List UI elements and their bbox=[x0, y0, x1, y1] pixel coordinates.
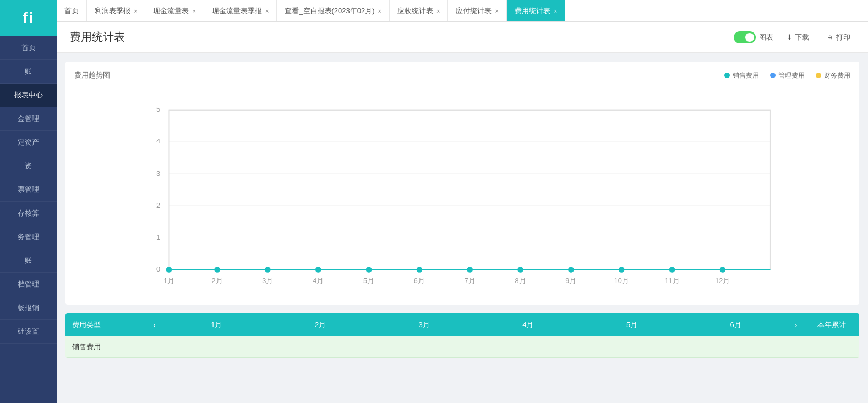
svg-point-24 bbox=[720, 267, 726, 273]
sidebar-item-home[interactable]: 首页 bbox=[0, 36, 57, 60]
sidebar-item-account[interactable]: 账 bbox=[0, 60, 57, 84]
svg-rect-12 bbox=[169, 110, 771, 269]
svg-point-21 bbox=[568, 267, 574, 273]
svg-text:11月: 11月 bbox=[665, 277, 680, 285]
tab-home-label: 首页 bbox=[64, 6, 79, 16]
svg-point-20 bbox=[517, 267, 523, 273]
tab-profit[interactable]: 利润表季报 × bbox=[87, 0, 145, 22]
main-content: 首页 利润表季报 × 现金流量表 × 现金流量表季报 × 查看_空白报表(202… bbox=[57, 0, 868, 403]
table-col-month-5: 5月 bbox=[580, 313, 684, 336]
legend-item-sales: 销售费用 bbox=[724, 71, 759, 80]
table-cell-sales-1 bbox=[165, 336, 269, 357]
table-col-cumulative: 本年累计 bbox=[804, 313, 859, 336]
tab-expense-close[interactable]: × bbox=[554, 8, 557, 14]
chart-container: 0 1 2 3 4 5 bbox=[74, 87, 850, 296]
page-header: 费用统计表 图表 ⬇ 下载 🖨 打印 bbox=[57, 22, 868, 53]
table-col-month-3: 3月 bbox=[372, 313, 476, 336]
tab-blank-label: 查看_空白报表(2023年02月) bbox=[285, 6, 374, 16]
sidebar-item-cashmanage[interactable]: 金管理 bbox=[0, 107, 57, 131]
table-row-sales: 销售费用 bbox=[65, 336, 859, 358]
tab-receivable[interactable]: 应收统计表 × bbox=[390, 0, 448, 22]
tab-expense[interactable]: 费用统计表 × bbox=[507, 0, 565, 22]
svg-point-17 bbox=[366, 267, 372, 273]
col-type-label: 费用类型 bbox=[72, 320, 101, 330]
tab-profit-label: 利润表季报 bbox=[95, 6, 130, 16]
tab-cashflow-label: 现金流量表 bbox=[153, 6, 189, 16]
chart-toggle-label: 图表 bbox=[759, 32, 773, 42]
tab-cashflowq-close[interactable]: × bbox=[265, 8, 269, 14]
print-button[interactable]: 🖨 打印 bbox=[822, 30, 855, 45]
download-label: 下载 bbox=[795, 32, 809, 42]
svg-text:6月: 6月 bbox=[414, 277, 425, 285]
chart-toggle-wrap: 图表 bbox=[734, 31, 773, 43]
svg-text:4: 4 bbox=[156, 137, 160, 145]
table-col-month-4: 4月 bbox=[476, 313, 580, 336]
table-col-month-2: 2月 bbox=[269, 313, 373, 336]
sidebar-item-taskmanage[interactable]: 务管理 bbox=[0, 225, 57, 249]
svg-text:12月: 12月 bbox=[715, 277, 730, 285]
svg-point-16 bbox=[315, 267, 321, 273]
tab-blank[interactable]: 查看_空白报表(2023年02月) × bbox=[277, 0, 390, 22]
svg-point-15 bbox=[265, 267, 271, 273]
svg-text:5: 5 bbox=[156, 106, 160, 113]
svg-text:1: 1 bbox=[156, 234, 160, 241]
tabs-bar: 首页 利润表季报 × 现金流量表 × 现金流量表季报 × 查看_空白报表(202… bbox=[57, 0, 868, 22]
tab-payable-label: 应付统计表 bbox=[456, 6, 492, 16]
table-col-month-1: 1月 bbox=[165, 313, 269, 336]
sidebar-item-filemanage[interactable]: 档管理 bbox=[0, 273, 57, 296]
svg-text:4月: 4月 bbox=[313, 277, 324, 285]
app-logo: fi bbox=[0, 0, 57, 36]
legend-label-admin: 管理费用 bbox=[778, 71, 805, 80]
tab-cashflowq-label: 现金流量表季报 bbox=[212, 6, 262, 16]
tab-receivable-close[interactable]: × bbox=[436, 8, 440, 14]
table-cell-sales-cumulative bbox=[804, 336, 859, 357]
tab-profit-close[interactable]: × bbox=[134, 8, 137, 14]
table-cell-sales-4 bbox=[476, 336, 580, 357]
tab-cashflow-close[interactable]: × bbox=[192, 8, 195, 14]
svg-text:7月: 7月 bbox=[465, 277, 476, 285]
sidebar-item-reports[interactable]: 报表中心 bbox=[0, 84, 57, 107]
svg-text:2: 2 bbox=[156, 202, 160, 209]
table-nav-next[interactable]: › bbox=[793, 321, 800, 329]
page-content: 费用统计表 图表 ⬇ 下载 🖨 打印 费用趋势图 bbox=[57, 22, 868, 403]
legend-item-admin: 管理费用 bbox=[770, 71, 805, 80]
legend-dot-admin bbox=[770, 73, 776, 78]
table-cell-type-sales: 销售费用 bbox=[65, 336, 165, 357]
svg-point-23 bbox=[669, 267, 675, 273]
legend-label-finance: 财务费用 bbox=[824, 71, 850, 80]
chart-toggle[interactable] bbox=[734, 31, 756, 43]
table-cell-sales-6 bbox=[684, 336, 788, 357]
sidebar-item-inventory[interactable]: 存核算 bbox=[0, 202, 57, 225]
tab-payable[interactable]: 应付统计表 × bbox=[448, 0, 506, 22]
sidebar-item-payable[interactable]: 账 bbox=[0, 249, 57, 273]
sidebar-item-basesettings[interactable]: 础设置 bbox=[0, 320, 57, 344]
chart-svg: 0 1 2 3 4 5 bbox=[74, 87, 850, 296]
tab-home[interactable]: 首页 bbox=[57, 0, 87, 22]
svg-text:0: 0 bbox=[156, 266, 160, 273]
svg-text:3月: 3月 bbox=[262, 277, 273, 285]
legend-item-finance: 财务费用 bbox=[816, 71, 850, 80]
svg-text:9月: 9月 bbox=[565, 277, 576, 285]
chart-title: 费用趋势图 bbox=[74, 70, 110, 80]
tab-blank-close[interactable]: × bbox=[378, 8, 381, 14]
download-button[interactable]: ⬇ 下载 bbox=[782, 30, 814, 45]
chart-header: 费用趋势图 销售费用 管理费用 财务费用 bbox=[74, 70, 850, 80]
table-cell-sales-3 bbox=[372, 336, 476, 357]
legend-label-sales: 销售费用 bbox=[733, 71, 759, 80]
chart-section: 费用趋势图 销售费用 管理费用 财务费用 bbox=[65, 62, 859, 305]
tab-payable-close[interactable]: × bbox=[495, 8, 498, 14]
tab-cashflow[interactable]: 现金流量表 × bbox=[145, 0, 204, 22]
svg-text:2月: 2月 bbox=[212, 277, 223, 285]
tab-cashflowq[interactable]: 现金流量表季报 × bbox=[204, 0, 277, 22]
sidebar-item-funds[interactable]: 资 bbox=[0, 154, 57, 178]
tab-receivable-label: 应收统计表 bbox=[397, 6, 433, 16]
tab-expense-label: 费用统计表 bbox=[515, 6, 550, 16]
sidebar-item-fixedassets[interactable]: 定资产 bbox=[0, 131, 57, 154]
svg-point-13 bbox=[166, 267, 172, 273]
print-label: 打印 bbox=[836, 32, 850, 42]
table-nav-prev[interactable]: ‹ bbox=[151, 321, 158, 329]
sidebar-item-invoicemanage[interactable]: 票管理 bbox=[0, 178, 57, 202]
sidebar-item-smoothcancel[interactable]: 畅报销 bbox=[0, 296, 57, 320]
svg-text:3: 3 bbox=[156, 170, 160, 178]
download-icon: ⬇ bbox=[787, 33, 793, 41]
